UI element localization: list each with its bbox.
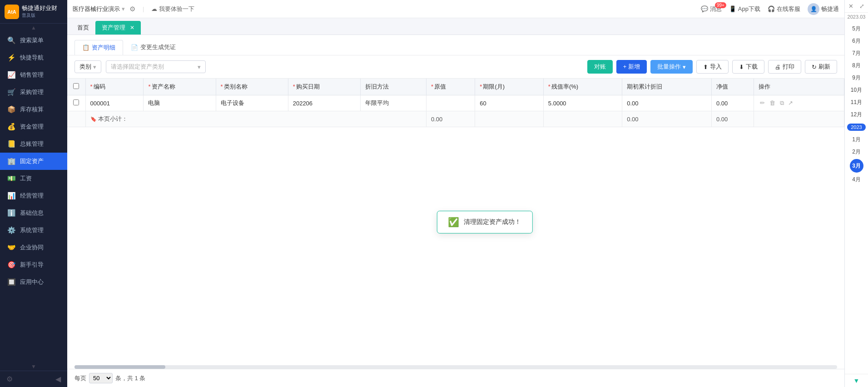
rp-close-icon[interactable]: ✕ [848, 3, 853, 10]
edit-icon[interactable]: ✏ [760, 99, 765, 106]
rp-month-5[interactable]: 5月 [845, 23, 868, 35]
rp-month-3-active[interactable]: 3月 [850, 159, 863, 173]
company-selector[interactable]: 医疗器械行业演示 ▾ [73, 5, 125, 13]
col-name: *资产名称 [144, 79, 216, 95]
sidebar-item-ledger[interactable]: 📒 总账管理 [0, 135, 67, 153]
sidebar-item-funds[interactable]: 💰 资金管理 [0, 118, 67, 135]
app-download-button[interactable]: 📱 App下载 [729, 5, 760, 13]
batch-button[interactable]: 批量操作 ▾ [650, 60, 693, 74]
print-label: 打印 [783, 63, 794, 71]
message-icon: 💬 [701, 5, 708, 12]
search-icon: 🔍 [7, 36, 15, 45]
subtotal-row: 🔖 本页小计： 0.00 0.00 0.00 [67, 111, 844, 127]
sidebar-item-label: 搜索菜单 [20, 36, 44, 45]
rp-down-icon: ▼ [853, 377, 860, 384]
category-filter[interactable]: 类别 ▾ [74, 60, 101, 73]
table-wrap: *编码 *资产名称 *类别名称 *购买日期 折旧方法 *原值 *期限(月) *残… [67, 79, 844, 365]
rp-month-7[interactable]: 7月 [845, 47, 868, 60]
tab-home[interactable]: 首页 [73, 21, 94, 35]
sidebar-item-basic-info[interactable]: ℹ️ 基础信息 [0, 204, 67, 222]
scrollbar-thumb[interactable] [74, 365, 165, 369]
download-icon: 📱 [729, 5, 736, 12]
sidebar-item-fixed-assets[interactable]: 🏢 固定资产 [0, 153, 67, 170]
settings-icon[interactable]: ⚙ [6, 375, 13, 383]
sidebar-item-label: 总账管理 [20, 140, 44, 148]
reconcile-button[interactable]: 对账 [587, 60, 613, 74]
add-button[interactable]: + 新增 [616, 60, 647, 74]
user-avatar[interactable]: 👤 畅捷通 [808, 3, 839, 15]
content-area: 📋 资产明细 📄 变更生成凭证 类别 ▾ 请选择固定资产类别 ▾ 对账 [67, 35, 844, 387]
rp-month-2[interactable]: 2月 [845, 146, 868, 158]
rp-expand-icon[interactable]: ⤢ [859, 3, 864, 10]
settings-gear-icon[interactable]: ⚙ [129, 5, 135, 13]
refresh-button[interactable]: ↻ 刷新 [805, 60, 837, 74]
rp-bottom-nav[interactable]: ▼ [845, 374, 868, 387]
sidebar-item-operations[interactable]: 📊 经营管理 [0, 187, 67, 204]
sidebar-item-label: 固定资产 [20, 157, 44, 165]
tab-active-label: 资产管理 [102, 24, 125, 31]
subtotal-label: 🔖 本页小计： [85, 111, 426, 127]
customer-service-button[interactable]: 🎧 在线客服 [768, 5, 800, 13]
rp-month-4[interactable]: 4月 [845, 174, 868, 186]
rp-month-11[interactable]: 11月 [845, 96, 868, 109]
col-checkbox [67, 79, 85, 95]
sidebar-item-enterprise[interactable]: 🤝 企业协同 [0, 239, 67, 256]
per-page-select[interactable]: 50 10 20 100 [89, 373, 113, 383]
sales-icon: 📈 [7, 71, 15, 79]
row-original-value [426, 95, 475, 111]
toolbar-right: 对账 + 新增 批量操作 ▾ ⬆ 导入 ⬇ 下载 🖨 [587, 60, 837, 74]
subtab-change-voucher[interactable]: 📄 变更生成凭证 [123, 40, 184, 55]
tab-home-label: 首页 [77, 24, 89, 31]
sidebar-item-system[interactable]: ⚙️ 系统管理 [0, 222, 67, 239]
success-check-icon: ✅ [448, 217, 459, 228]
table-header-row: *编码 *资产名称 *类别名称 *购买日期 折旧方法 *原值 *期限(月) *残… [67, 79, 844, 95]
rp-month-6[interactable]: 6月 [845, 35, 868, 47]
guide-icon: 🎯 [7, 261, 15, 269]
download-label: 下载 [746, 63, 758, 71]
rp-month-1[interactable]: 1月 [845, 134, 868, 146]
rp-month-8[interactable]: 8月 [845, 60, 868, 72]
sidebar-item-label: 销售管理 [20, 71, 44, 79]
pagination: 每页 50 10 20 100 条，共 1 条 [67, 369, 844, 387]
logo-sub: 普及版 [22, 12, 57, 19]
expand-icon[interactable]: ↗ [788, 99, 793, 106]
category-input[interactable]: 请选择固定资产类别 ▾ [106, 60, 206, 73]
export-button[interactable]: ⬆ 导入 [696, 60, 729, 74]
copy-icon[interactable]: ⧉ [780, 99, 784, 106]
sidebar-item-label: 工资 [20, 174, 32, 183]
rp-month-12[interactable]: 12月 [845, 109, 868, 121]
sidebar-item-purchase[interactable]: 🛒 采购管理 [0, 84, 67, 101]
sidebar-item-guide[interactable]: 🎯 新手引导 [0, 256, 67, 273]
add-label: + 新增 [623, 63, 640, 71]
download-button[interactable]: ⬇ 下载 [732, 60, 764, 74]
sidebar-item-app-center[interactable]: 🔲 应用中心 [0, 273, 67, 291]
sidebar-item-label: 资金管理 [20, 123, 44, 131]
rp-month-9[interactable]: 9月 [845, 72, 868, 84]
rp-month-10[interactable]: 10月 [845, 84, 868, 96]
subtotal-actions [754, 111, 844, 127]
experience-link[interactable]: ☁ 我要体验一下 [151, 5, 194, 13]
sidebar-logo: AtA 畅捷通好业财 普及版 [0, 0, 67, 24]
sidebar-scroll-up[interactable]: ▲ [0, 24, 67, 32]
messages-button[interactable]: 💬 消息 99+ [701, 5, 722, 13]
print-button[interactable]: 🖨 打印 [768, 60, 801, 74]
sidebar-item-payroll[interactable]: 💵 工资 [0, 170, 67, 187]
sidebar-item-search[interactable]: 🔍 搜索菜单 [0, 32, 67, 49]
company-dropdown-icon: ▾ [122, 5, 125, 12]
sidebar-item-label: 应用中心 [20, 278, 44, 286]
sidebar-item-quick-nav[interactable]: ⚡ 快捷导航 [0, 49, 67, 66]
sidebar-scroll-down[interactable]: ▼ [0, 362, 67, 371]
col-depreciation: 折旧方法 [360, 79, 426, 95]
row-checkbox[interactable] [73, 99, 79, 105]
collapse-icon[interactable]: ◀ [55, 375, 61, 383]
sidebar-item-inventory[interactable]: 📦 库存核算 [0, 101, 67, 118]
tab-asset-management[interactable]: 资产管理 ✕ [95, 21, 141, 35]
refresh-label: 刷新 [818, 63, 830, 71]
select-all-checkbox[interactable] [73, 83, 79, 89]
sidebar-item-sales[interactable]: 📈 销售管理 [0, 66, 67, 84]
tab-close-icon[interactable]: ✕ [130, 25, 134, 31]
horizontal-scrollbar[interactable] [74, 365, 837, 369]
delete-icon[interactable]: 🗑 [769, 99, 775, 106]
subtab-asset-detail[interactable]: 📋 资产明细 [74, 40, 123, 55]
row-period: 60 [475, 95, 544, 111]
